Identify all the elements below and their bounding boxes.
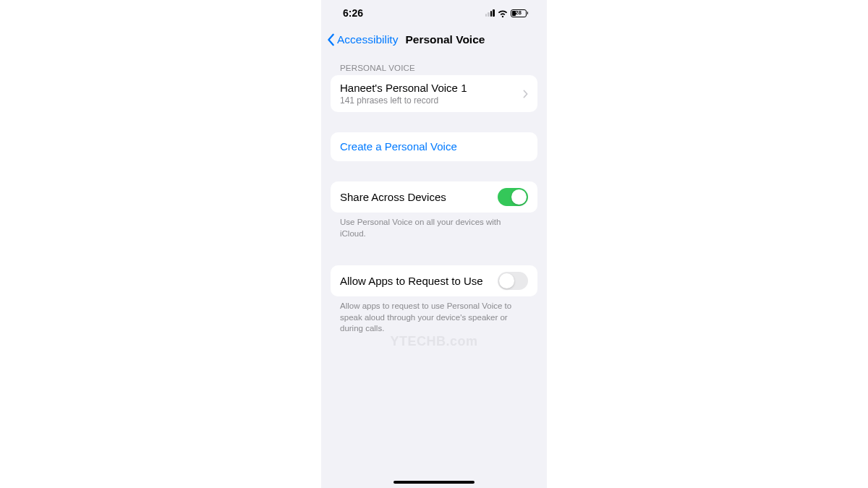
group-voices: Haneet's Personal Voice 1 141 phrases le…: [331, 75, 537, 112]
phone-screen: 6:26 28 Accessibility Personal Voice PER…: [321, 0, 547, 488]
allow-row: Allow Apps to Request to Use: [331, 265, 537, 296]
chevron-left-icon: [327, 33, 336, 46]
wifi-icon: [498, 9, 508, 17]
allow-label: Allow Apps to Request to Use: [340, 275, 483, 288]
group-allow: Allow Apps to Request to Use: [331, 265, 537, 296]
share-footer: Use Personal Voice on all your devices w…: [331, 213, 537, 239]
share-row: Share Across Devices: [331, 181, 537, 213]
allow-toggle[interactable]: [498, 272, 528, 290]
group-create: Create a Personal Voice: [331, 132, 537, 161]
cellular-icon: [485, 9, 495, 17]
group-share: Share Across Devices: [331, 181, 537, 213]
create-voice-button[interactable]: Create a Personal Voice: [331, 132, 537, 161]
share-label: Share Across Devices: [340, 191, 446, 204]
share-toggle[interactable]: [498, 188, 528, 206]
status-bar: 6:26 28: [321, 0, 547, 26]
nav-bar: Accessibility Personal Voice: [321, 26, 547, 53]
create-voice-label: Create a Personal Voice: [340, 140, 457, 153]
content-area: PERSONAL VOICE Haneet's Personal Voice 1…: [321, 53, 547, 488]
watermark: YTECHB.com: [321, 334, 547, 349]
voice-detail: 141 phrases left to record: [340, 95, 523, 106]
voice-name: Haneet's Personal Voice 1: [340, 82, 523, 95]
home-indicator[interactable]: [393, 481, 475, 484]
back-button[interactable]: Accessibility: [327, 33, 398, 46]
chevron-right-icon: [523, 90, 528, 98]
section-header-voices: PERSONAL VOICE: [331, 64, 537, 75]
voice-row[interactable]: Haneet's Personal Voice 1 141 phrases le…: [331, 75, 537, 112]
back-label: Accessibility: [337, 33, 398, 46]
status-indicators: 28: [485, 9, 529, 17]
battery-icon: 28: [511, 9, 529, 17]
page-title: Personal Voice: [405, 33, 485, 46]
status-time: 6:26: [343, 7, 363, 19]
allow-footer: Allow apps to request to use Personal Vo…: [331, 296, 537, 335]
